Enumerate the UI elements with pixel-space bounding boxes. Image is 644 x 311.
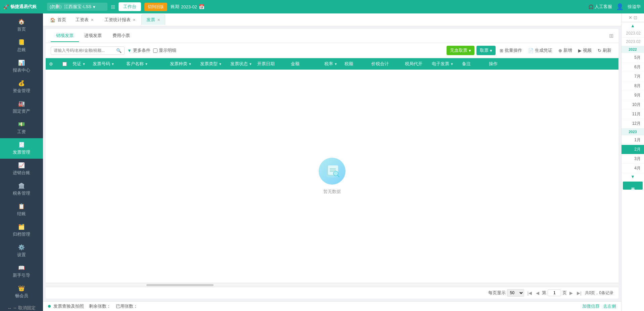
tab-salary-stats-close[interactable]: ✕: [133, 18, 136, 22]
period-item-2023-02-b[interactable]: 2023.02: [622, 38, 644, 46]
tab-invoice-mgmt[interactable]: 发票 ✕: [141, 14, 165, 25]
view-toggle: ⊞: [609, 33, 613, 39]
no-voucher-btn[interactable]: 无血取票 ▾: [447, 46, 474, 55]
th-settings[interactable]: ⚙: [49, 62, 62, 67]
month-2022-05[interactable]: 5月: [622, 53, 644, 63]
month-2022-07[interactable]: 7月: [622, 72, 644, 81]
grid-view-icon[interactable]: ⊞: [609, 33, 613, 39]
th-voucher-filter[interactable]: ▼: [82, 62, 86, 66]
video-btn[interactable]: ▶ 视频: [576, 46, 594, 54]
month-2022-09[interactable]: 9月: [622, 91, 644, 100]
th-invoice-no-filter[interactable]: ▼: [111, 62, 114, 66]
salary-icon: 💵: [18, 121, 25, 127]
used-count: 已用张数：: [116, 303, 138, 309]
th-invoice-type-filter[interactable]: ▼: [188, 62, 192, 66]
sidebar-item-settings[interactable]: ⚙️ 设置: [0, 241, 43, 261]
right-panel-close-btn[interactable]: ✕ ⊡: [622, 13, 644, 22]
home-tab-icon: 🏠: [50, 17, 55, 23]
first-page-btn[interactable]: |◀: [526, 290, 533, 296]
unpin-btn[interactable]: ↔ ↔ 取消固定: [0, 302, 43, 311]
sub-tab-sales-invoice[interactable]: 销项发票: [51, 30, 79, 42]
sidebar-item-reports[interactable]: 📊 报表中心: [0, 56, 43, 77]
show-detail-checkbox[interactable]: 显示明细: [153, 47, 176, 53]
last-page-btn[interactable]: ▶|: [576, 290, 583, 296]
calendar-icon: 📅: [199, 4, 204, 9]
sidebar-item-guide[interactable]: 📖 新手引导: [0, 261, 43, 282]
tab-home[interactable]: 🏠 首页: [46, 14, 70, 25]
month-2023-04[interactable]: 4月: [622, 164, 644, 173]
show-detail-check[interactable]: [153, 48, 157, 53]
th-action: 操作: [489, 61, 615, 67]
sidebar-item-funds[interactable]: 💰 资金管理: [0, 77, 43, 97]
sidebar-label-tax: 税务管理: [13, 190, 30, 196]
customer-service-btn[interactable]: 🎧 人工客服: [588, 4, 612, 10]
sub-tab-expense-receipt[interactable]: 费用小票: [107, 30, 135, 42]
month-2022-10[interactable]: 10月: [622, 100, 644, 110]
member-icon: 👑: [18, 285, 25, 291]
go-top-link[interactable]: 去左侧: [603, 303, 616, 309]
guide-icon: 📖: [18, 265, 25, 271]
month-2022-11[interactable]: 11月: [622, 110, 644, 119]
take-ticket-btn[interactable]: 取票 ▾: [476, 46, 496, 55]
th-invoice-category-filter[interactable]: ▼: [219, 62, 222, 66]
th-total: 价税合计: [371, 61, 405, 67]
month-2022-06[interactable]: 6月: [622, 63, 644, 72]
month-2022-12[interactable]: 12月: [622, 119, 644, 128]
per-page-dropdown[interactable]: 50 20 100: [507, 289, 524, 297]
scroll-up-btn[interactable]: ▲: [622, 22, 644, 29]
tab-invoice-close[interactable]: ✕: [157, 18, 160, 22]
sidebar-item-archive[interactable]: 🗂️ 归档管理: [0, 220, 43, 241]
th-remark: 备注: [462, 61, 489, 67]
month-2023-03[interactable]: 3月: [622, 154, 644, 164]
th-checkbox[interactable]: [62, 62, 73, 66]
video-icon: ▶: [578, 48, 582, 53]
company-selector[interactable]: (勿删）江西服宝-LSS ▾: [47, 3, 107, 11]
month-2023-02[interactable]: 2月: [622, 145, 644, 154]
search-input[interactable]: [54, 48, 115, 53]
scroll-down-btn[interactable]: ▼: [622, 173, 644, 180]
switch-version-button[interactable]: 切到旧版: [144, 3, 167, 11]
sidebar-item-tax[interactable]: 🏛️ 税务管理: [0, 179, 43, 200]
batch-ops-btn[interactable]: ⊞ 批量操作: [498, 46, 524, 54]
logo-text: 畅捷通易代账: [10, 4, 37, 10]
th-e-invoice-filter[interactable]: ▼: [450, 62, 454, 66]
username-text[interactable]: 徐溢华: [628, 4, 641, 10]
scroll-thumb[interactable]: [146, 284, 214, 286]
sidebar-item-home[interactable]: 🏠 首页: [0, 15, 43, 36]
filter-icon: ▼: [127, 48, 132, 53]
generate-voucher-btn[interactable]: 📄 生成凭证: [526, 46, 554, 54]
empty-state: 暂无数据: [46, 70, 618, 283]
select-all-checkbox[interactable]: [62, 62, 67, 66]
sidebar-label-assets: 固定资产: [13, 108, 30, 114]
sidebar-item-assets[interactable]: 🏭 固定资产: [0, 97, 43, 118]
horizontal-scrollbar[interactable]: [46, 283, 618, 287]
next-page-btn[interactable]: ▶: [568, 290, 574, 296]
filter-btn[interactable]: ▼ 更多条件: [127, 47, 150, 53]
sidebar-item-settle[interactable]: 📋 结账: [0, 200, 43, 220]
join-community-link[interactable]: 加微信群: [582, 303, 600, 309]
th-amount: 金额: [291, 61, 324, 67]
th-invoice-status-filter[interactable]: ▼: [249, 62, 252, 66]
tab-salary-stats[interactable]: 工资统计报表 ✕: [99, 14, 141, 25]
sidebar-item-ledger[interactable]: 📒 总账: [0, 36, 43, 56]
tab-salary-table-close[interactable]: ✕: [91, 18, 94, 22]
period-item-2023-02-a[interactable]: 2023.02: [622, 29, 644, 38]
workspace-button[interactable]: 工作台: [119, 2, 141, 11]
sidebar-item-member[interactable]: 👑 畅会员: [0, 282, 43, 302]
sidebar-item-salary[interactable]: 💵 工资: [0, 118, 43, 138]
refresh-btn[interactable]: ↻ 刷新: [596, 46, 613, 54]
sidebar-item-sales[interactable]: 📈 进销台账: [0, 159, 43, 179]
footer-right: 加微信群 去左侧: [582, 303, 616, 309]
close-icon: ✕: [629, 15, 632, 20]
sidebar-item-invoice[interactable]: 🧾 发票管理: [0, 138, 43, 159]
tab-salary-table[interactable]: 工资表 ✕: [71, 14, 99, 25]
sub-tab-purchase-invoice[interactable]: 进项发票: [79, 30, 107, 42]
new-btn[interactable]: ⊕ 新增: [556, 46, 574, 54]
month-2023-01[interactable]: 1月: [622, 135, 644, 145]
th-tax-rate-filter[interactable]: ▼: [334, 62, 337, 66]
month-2022-08[interactable]: 8月: [622, 81, 644, 91]
prev-page-btn[interactable]: ◀: [535, 290, 541, 296]
open-date-btn[interactable]: 开票日期: [623, 182, 643, 190]
th-customer-filter[interactable]: ▼: [145, 62, 148, 66]
page-number-input[interactable]: [548, 289, 561, 296]
